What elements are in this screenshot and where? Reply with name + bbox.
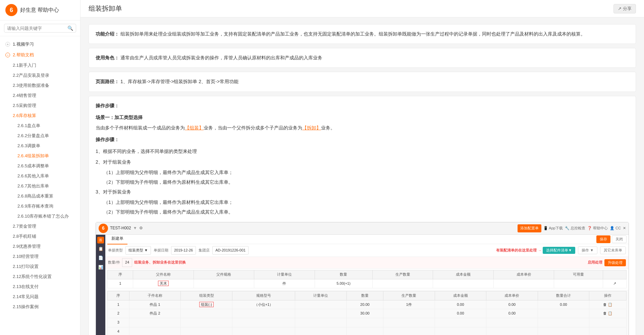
collapse-icon-2: − [5, 53, 10, 57]
table-row: 4 [108, 327, 627, 335]
share-icon: ↗ [618, 6, 622, 11]
sidebar-label-1: 1.视频学习 [13, 41, 34, 47]
nav-tree: + 1.视频学习 − 2.帮助文档 2.1新手入门 2.2产品安装及登录 2.3… [0, 36, 80, 315]
ops-block: 操作步骤： 场景一：加工类型选择 当由多个子件材料组装成一个成品的业务为【组装】… [89, 96, 636, 335]
role-text: 通常由生产人员或库管人员完成拆装业务的操作，库管人员确认原材料的出库和产成品的入… [120, 55, 322, 60]
sidebar-item-2-6-7[interactable]: 2.6.7其他出库单 [0, 181, 80, 191]
search-input[interactable] [7, 26, 67, 31]
sidebar-item-2-6-6[interactable]: 2.6.6其他入库单 [0, 171, 80, 181]
sidebar-item-2-13[interactable]: 2.13在线支付 [0, 282, 80, 292]
sidebar-item-2-2[interactable]: 2.2产品安装及登录 [0, 70, 80, 80]
intro-label: 功能介绍： [96, 31, 119, 37]
mock-table-bottom: 序子件名称组装类型规格型号计量单位数量生产数量成本金额成本单价数量合计操作 1 … [107, 291, 627, 335]
table-row: 1 件品 1 组装(-) （小位+1）20.001件0.000.000.00🗑 … [108, 300, 627, 309]
mock-table-top: 序父件名称父件规格计量单位数量生产数量成本金额成本单价可用量 1 关木 件5.0… [107, 270, 627, 288]
sidebar-item-2-6[interactable]: 2.6库存核算 [0, 111, 80, 121]
sidebar-item-2-12[interactable]: 2.12系统个性化设置 [0, 272, 80, 282]
intro-block: 功能介绍： 组装拆卸单用来处理企业组装或拆卸等加工业务，支持有固定装配清单的产品… [89, 24, 636, 44]
step1: 1、根据不同的业务，选择不同单据的类型来处理 [96, 147, 629, 156]
step3-sub2: （2）下部明细为子件明细，最终作为产成品生成其它入库单。 [96, 208, 629, 216]
mock-close-btn[interactable]: 关闭 [612, 235, 627, 243]
logo-text: 好生意 帮助中心 [20, 7, 59, 14]
ops-title: 操作步骤： [96, 102, 629, 110]
top-bar: 组装拆卸单 ↗ 分享 [80, 0, 644, 17]
table-row: 2件品 230.000.000.00🗑 📋 [108, 309, 627, 318]
sidebar-item-2-9[interactable]: 2.9优惠券管理 [0, 241, 80, 252]
sidebar-item-2-5[interactable]: 2.5采购管理 [0, 101, 80, 111]
mock-assemble-btn[interactable]: 选择配件清单▼ [543, 247, 575, 254]
sidebar-item-2-6-1[interactable]: 2.6.1盘点单 [0, 121, 80, 131]
mock-save-btn[interactable]: 保存 [596, 235, 610, 243]
search-box: 🔍 [4, 24, 76, 33]
path-label: 页面路径： [96, 79, 119, 84]
annotation-text-3: 启用处理 [588, 259, 602, 266]
sidebar-item-2-6-2[interactable]: 2.6.2分量盘点单 [0, 131, 80, 141]
share-button[interactable]: ↗ 分享 [613, 4, 636, 13]
sidebar-item-1[interactable]: + 1.视频学习 [0, 39, 80, 50]
content-area: 功能介绍： 组装拆卸单用来处理企业组装或拆卸等加工业务，支持有固定装配清单的产品… [80, 17, 644, 335]
annotation-text-1: 有装配清单的在这里处理 [496, 247, 537, 254]
role-label: 使用角色： [96, 55, 119, 60]
step2-sub1: （1）上部明细为父件明细，最终作为产成品生成其它入库单； [96, 168, 629, 177]
sidebar-item-2-10[interactable]: 2.10经营管理 [0, 252, 80, 262]
intro-text: 组装拆卸单用来处理企业组装或拆卸等加工业务，支持有固定装配清单的产品加工业务，也… [120, 31, 585, 37]
path-block: 页面路径： 1、库存核算->库存管理->组装拆卸单 2、首页->常用功能 [89, 72, 636, 92]
sidebar-item-2-6-4[interactable]: 2.6.4组装拆卸单 [0, 151, 80, 161]
scenario1-desc: 当由多个子件材料组装成一个成品的业务为【组装】业务，当由一个父件拆分成多个子产品… [96, 124, 629, 132]
mock-add-btn: 添加配置单 [518, 224, 541, 232]
sidebar: 6 好生意 帮助中心 🔍 + 1.视频学习 − 2.帮助文档 2.1新手入门 2… [0, 0, 80, 335]
scenario1-title: 场景一：加工类型选择 [96, 113, 629, 122]
mock-assemble-no: AD-20191226-001 [212, 246, 249, 255]
sidebar-item-2-6-5[interactable]: 2.6.5成本调整单 [0, 161, 80, 171]
mock-qty: 24 [122, 258, 132, 267]
page-title: 组装拆卸单 [89, 4, 122, 13]
mock-enable-btn[interactable]: 升级处理 [604, 259, 626, 266]
role-block: 使用角色： 通常由生产人员或库管人员完成拆装业务的操作，库管人员确认原材料的出库… [89, 48, 636, 68]
table-row: 1 关木 件5.00(+1)↗ [108, 279, 627, 288]
sidebar-item-2-6-10[interactable]: 2.6.10库存账本错了怎么办 [0, 211, 80, 221]
step2-sub2: （2）下部明细为子件明细，最终作为原材料生成其它出库单。 [96, 178, 629, 186]
expand-icon-1: + [5, 42, 10, 47]
sidebar-item-2-6-8[interactable]: 2.6.8商品成本重算 [0, 191, 80, 201]
mock-window-title: TEST-H002 [110, 225, 131, 232]
search-icon[interactable]: 🔍 [67, 25, 73, 31]
step3: 3、对于拆装业务 [96, 188, 629, 196]
step3-sub1: （1）上部明细为父件明细，最终作为原材料生成其它出库单； [96, 198, 629, 207]
sidebar-item-2-1[interactable]: 2.1新手入门 [0, 60, 80, 70]
sidebar-item-2-6-9[interactable]: 2.6.9库存账本查询 [0, 201, 80, 211]
sidebar-item-2-11[interactable]: 2.11打印设置 [0, 262, 80, 272]
table-row: 3 [108, 318, 627, 327]
main-content: 组装拆卸单 ↗ 分享 功能介绍： 组装拆卸单用来处理企业组装或拆卸等加工业务，支… [80, 0, 644, 335]
sidebar-item-2-8[interactable]: 2.8手机旺铺 [0, 231, 80, 241]
mock-date: 2019-12-26 [171, 246, 196, 255]
sidebar-item-2-15[interactable]: 2.15操作案例 [0, 302, 80, 312]
sidebar-item-2-6-3[interactable]: 2.6.3调拨单 [0, 141, 80, 151]
mock-action-btn[interactable]: 操作 ▼ [578, 246, 597, 254]
sidebar-item-2-14[interactable]: 2.14常见问题 [0, 292, 80, 302]
sidebar-label-2: 2.帮助文档 [13, 52, 34, 58]
sidebar-item-2-7[interactable]: 2.7资金管理 [0, 221, 80, 231]
sidebar-item-2[interactable]: − 2.帮助文档 [0, 50, 80, 60]
sidebar-item-2-4[interactable]: 2.4销售管理 [0, 91, 80, 101]
mock-other-btn[interactable]: 其它未库单 [600, 246, 626, 254]
logo-area: 6 好生意 帮助中心 [0, 0, 80, 20]
logo-icon: 6 [5, 4, 17, 16]
step2: 2、对于组装业务 [96, 158, 629, 166]
mock-tab-new[interactable]: 新建单 [107, 234, 127, 244]
sidebar-item-2-3[interactable]: 2.3使用前数据准备 [0, 80, 80, 91]
ops-steps-title: 操作步骤： [96, 135, 629, 144]
search-area: 🔍 [0, 20, 80, 36]
path-text: 1、库存核算->库存管理->组装拆卸单 2、首页->常用功能 [120, 79, 238, 84]
screenshot: 6 TEST-H002 ▼ ⚙ 添加配置单 📱 App下载 🔧 总控检查 ❓ 帮… [96, 222, 629, 335]
annotation-text-2: 组装业务、拆卸业务在这里切换 [134, 259, 186, 266]
